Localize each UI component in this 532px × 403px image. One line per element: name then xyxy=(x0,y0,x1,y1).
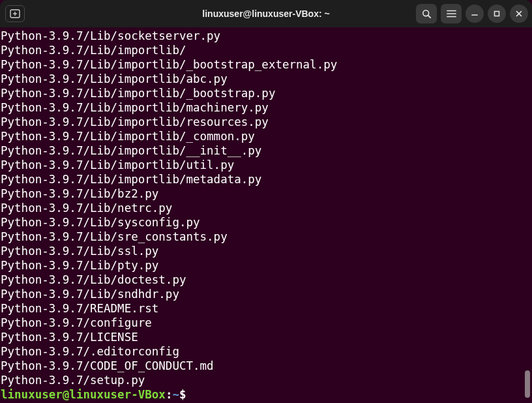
titlebar: linuxuser@linuxuser-VBox: ~ xyxy=(0,0,532,27)
close-button[interactable] xyxy=(510,5,528,23)
prompt-path: ~ xyxy=(172,388,179,401)
terminal-line: Python-3.9.7/Lib/sndhdr.py xyxy=(0,287,532,301)
terminal-line: Python-3.9.7/Lib/importlib/abc.py xyxy=(0,72,532,86)
terminal-line: Python-3.9.7/Lib/pty.py xyxy=(0,258,532,273)
search-button[interactable] xyxy=(416,4,437,23)
scrollbar-thumb[interactable] xyxy=(525,370,530,398)
hamburger-icon xyxy=(447,10,456,18)
terminal-line: Python-3.9.7/Lib/bz2.py xyxy=(0,187,532,201)
titlebar-right xyxy=(416,4,528,23)
terminal-line: Python-3.9.7/README.rst xyxy=(0,301,532,316)
terminal-output: Python-3.9.7/Lib/socketserver.pyPython-3… xyxy=(0,29,532,387)
svg-rect-9 xyxy=(495,12,499,16)
prompt-symbol: $ xyxy=(179,388,186,401)
svg-line-4 xyxy=(428,15,430,18)
minimize-button[interactable] xyxy=(466,5,484,23)
terminal-line: Python-3.9.7/Lib/sre_constants.py xyxy=(0,230,532,244)
terminal-line: Python-3.9.7/Lib/importlib/__init__.py xyxy=(0,143,532,158)
terminal-line: Python-3.9.7/Lib/importlib/util.py xyxy=(0,158,532,172)
minimize-icon xyxy=(471,10,478,17)
terminal-line: Python-3.9.7/Lib/importlib/_bootstrap.py xyxy=(0,86,532,100)
window-title: linuxuser@linuxuser-VBox: ~ xyxy=(202,8,329,19)
terminal-line: Python-3.9.7/Lib/importlib/_common.py xyxy=(0,129,532,143)
terminal-line: Python-3.9.7/.editorconfig xyxy=(0,344,532,359)
prompt-sep: : xyxy=(166,388,173,401)
terminal-line: Python-3.9.7/Lib/doctest.py xyxy=(0,273,532,287)
terminal-line: Python-3.9.7/CODE_OF_CONDUCT.md xyxy=(0,359,532,373)
terminal-line: Python-3.9.7/Lib/sysconfig.py xyxy=(0,215,532,230)
terminal-line: Python-3.9.7/setup.py xyxy=(0,373,532,387)
terminal-line: Python-3.9.7/Lib/importlib/machinery.py xyxy=(0,100,532,115)
search-icon xyxy=(422,9,432,19)
menu-button[interactable] xyxy=(441,4,462,23)
new-tab-icon xyxy=(10,9,20,18)
prompt-user-host: linuxuser@linuxuser-VBox xyxy=(1,388,166,401)
close-icon xyxy=(516,10,522,17)
terminal-area[interactable]: Python-3.9.7/Lib/socketserver.pyPython-3… xyxy=(0,27,532,403)
terminal-line: Python-3.9.7/Lib/netrc.py xyxy=(0,201,532,215)
prompt-line: linuxuser@linuxuser-VBox:~$ xyxy=(0,387,532,402)
terminal-line: Python-3.9.7/Lib/ssl.py xyxy=(0,244,532,258)
terminal-line: Python-3.9.7/configure xyxy=(0,316,532,330)
terminal-line: Python-3.9.7/LICENSE xyxy=(0,330,532,344)
maximize-icon xyxy=(494,10,500,17)
terminal-line: Python-3.9.7/Lib/socketserver.py xyxy=(0,29,532,43)
terminal-line: Python-3.9.7/Lib/importlib/_bootstrap_ex… xyxy=(0,57,532,72)
terminal-line: Python-3.9.7/Lib/importlib/ xyxy=(0,43,532,57)
maximize-button[interactable] xyxy=(488,5,506,23)
terminal-line: Python-3.9.7/Lib/importlib/resources.py xyxy=(0,115,532,129)
new-tab-button[interactable] xyxy=(5,5,25,22)
terminal-line: Python-3.9.7/Lib/importlib/metadata.py xyxy=(0,172,532,187)
titlebar-left xyxy=(4,5,26,22)
